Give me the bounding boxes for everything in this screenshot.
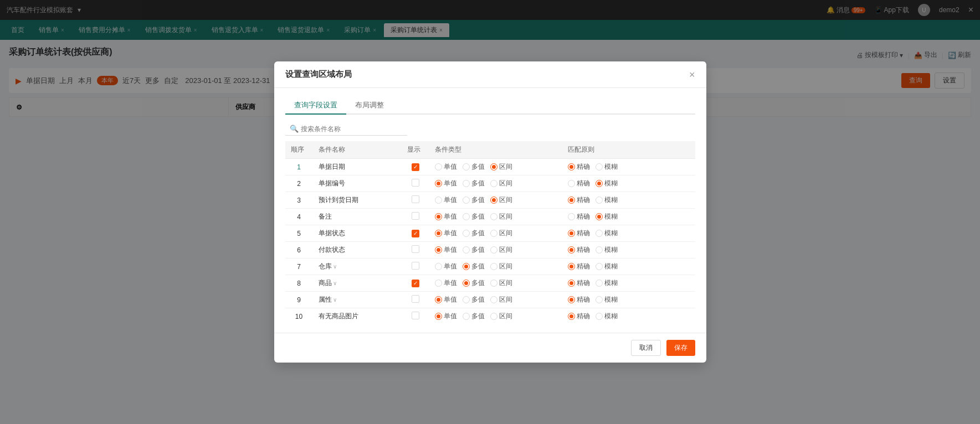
display-cell [402,192,429,209]
match-cell: 精确模糊 [562,159,695,175]
match-cell: 精确模糊 [562,175,695,192]
match-radio-精确[interactable]: 精确 [568,212,590,221]
match-radio-模糊[interactable]: 模糊 [596,245,618,255]
modal-overlay: 设置查询区域布局 × 查询字段设置 布局调整 🔍 [0,0,980,261]
seq-cell: 2 [285,175,313,192]
seq-cell: 3 [285,192,313,209]
display-checkbox[interactable] [412,195,419,203]
type-radio-区间[interactable]: 区间 [490,212,512,221]
type-radio-区间[interactable]: 区间 [490,229,512,238]
match-cell: 精确模糊 [562,258,695,262]
radio-label: 精确 [577,212,590,221]
display-cell [402,242,429,258]
display-checkbox[interactable] [412,245,419,253]
type-radio-多值[interactable]: 多值 [463,195,485,205]
radio-dot [596,197,603,204]
radio-label: 多值 [471,179,485,188]
match-radio-模糊[interactable]: 模糊 [596,229,618,238]
radio-dot [490,197,497,204]
seq-cell: 7 [285,258,313,262]
match-radio-精确[interactable]: 精确 [568,245,590,255]
radio-label: 模糊 [604,179,618,188]
display-cell [402,209,429,225]
type-radio-多值[interactable]: 多值 [463,229,485,238]
type-radio-单值[interactable]: 单值 [435,245,457,255]
type-radio-区间[interactable]: 区间 [490,179,512,188]
condition-search-input[interactable] [301,125,401,133]
radio-dot [490,246,497,254]
table-row: 7仓库 ∨单值多值区间精确模糊 [285,258,695,262]
col-header-type: 条件类型 [429,141,562,159]
type-radio-单值[interactable]: 单值 [435,212,457,221]
display-checkbox[interactable] [412,163,419,171]
radio-label: 精确 [577,195,590,205]
match-radio-模糊[interactable]: 模糊 [596,195,618,205]
type-radio-多值[interactable]: 多值 [463,245,485,255]
radio-dot [568,180,575,187]
type-radio-区间[interactable]: 区间 [490,195,512,205]
type-cell: 单值多值区间 [429,175,562,192]
match-radio-模糊[interactable]: 模糊 [596,162,618,172]
type-radio-多值[interactable]: 多值 [463,179,485,188]
display-checkbox[interactable] [412,230,419,237]
settings-dialog: 设置查询区域布局 × 查询字段设置 布局调整 🔍 [274,61,706,261]
seq-cell: 4 [285,209,313,225]
type-radio-区间[interactable]: 区间 [490,162,512,172]
dialog-close-button[interactable]: × [689,70,695,80]
dialog-tab-fields[interactable]: 查询字段设置 [285,97,346,115]
table-row: 2单据编号单值多值区间精确模糊 [285,175,695,192]
search-icon: 🔍 [290,125,299,133]
radio-label: 区间 [499,195,512,205]
type-radio-区间[interactable]: 区间 [490,245,512,255]
radio-label: 多值 [471,229,485,238]
radio-dot [490,180,497,187]
radio-dot [596,163,603,170]
type-cell: 单值多值区间 [429,258,562,262]
dialog-tab-layout[interactable]: 布局调整 [346,97,393,115]
radio-label: 单值 [444,179,457,188]
match-radio-精确[interactable]: 精确 [568,229,590,238]
radio-label: 区间 [499,229,512,238]
match-radio-精确[interactable]: 精确 [568,179,590,188]
table-row: 6付款状态单值多值区间精确模糊 [285,242,695,258]
type-cell: 单值多值区间 [429,209,562,225]
radio-dot [435,197,442,204]
type-cell: 单值多值区间 [429,159,562,175]
radio-label: 模糊 [604,162,618,172]
name-cell: 单据状态 [313,225,402,242]
seq-cell: 6 [285,242,313,258]
radio-dot [596,180,603,187]
dialog-tab-bar: 查询字段设置 布局调整 [285,97,695,115]
display-checkbox[interactable] [412,179,419,187]
type-radio-单值[interactable]: 单值 [435,195,457,205]
radio-label: 单值 [444,229,457,238]
radio-label: 精确 [577,162,590,172]
dialog-tab-layout-label: 布局调整 [355,101,384,109]
match-radio-精确[interactable]: 精确 [568,162,590,172]
type-radio-单值[interactable]: 单值 [435,229,457,238]
radio-label: 精确 [577,179,590,188]
condition-search-box: 🔍 [285,122,407,136]
type-radio-单值[interactable]: 单值 [435,179,457,188]
radio-dot [568,246,575,254]
type-radio-单值[interactable]: 单值 [435,162,457,172]
radio-dot [463,197,470,204]
display-cell [402,159,429,175]
radio-dot [463,230,470,237]
match-radio-模糊[interactable]: 模糊 [596,179,618,188]
type-cell: 单值多值区间 [429,225,562,242]
type-radio-多值[interactable]: 多值 [463,162,485,172]
radio-dot [596,213,603,220]
dialog-body: 查询字段设置 布局调整 🔍 顺序 条件名称 显示 [274,88,706,261]
radio-dot [596,246,603,254]
match-radio-模糊[interactable]: 模糊 [596,212,618,221]
radio-dot [490,213,497,220]
radio-label: 单值 [444,162,457,172]
radio-dot [435,213,442,220]
match-radio-精确[interactable]: 精确 [568,195,590,205]
table-row: 5单据状态单值多值区间精确模糊 [285,225,695,242]
radio-label: 多值 [471,212,485,221]
type-radio-多值[interactable]: 多值 [463,212,485,221]
display-checkbox[interactable] [412,212,419,220]
table-row: 4备注单值多值区间精确模糊 [285,209,695,225]
